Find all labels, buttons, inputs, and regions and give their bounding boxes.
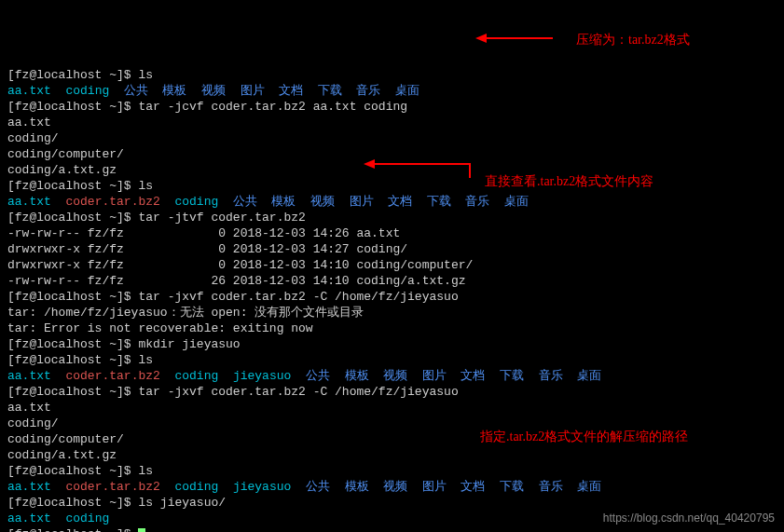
terminal-line: -rw-rw-r-- fz/fz 26 2018-12-03 14:10 cod… <box>7 273 777 289</box>
cursor <box>138 528 145 532</box>
watermark: https://blog.csdn.net/qq_40420795 <box>603 511 775 526</box>
terminal-line: [fz@localhost ~]$ tar -jxvf coder.tar.bz… <box>7 289 777 305</box>
terminal-line: [fz@localhost ~]$ ls <box>7 352 777 368</box>
terminal-line: drwxrwxr-x fz/fz 0 2018-12-03 14:10 codi… <box>7 257 777 273</box>
terminal-line: [fz@localhost ~]$ ls jieyasuo/ <box>7 495 777 511</box>
terminal[interactable]: [fz@localhost ~]$ lsaa.txt coding 公共 模板 … <box>7 67 777 532</box>
terminal-line: aa.txt <box>7 115 777 130</box>
annotation-view: 直接查看.tar.bz2格式文件内容 <box>485 173 653 189</box>
terminal-line: aa.txt coding 公共 模板 视频 图片 文档 下载 音乐 桌面 <box>7 83 777 99</box>
terminal-line: aa.txt coder.tar.bz2 coding jieyasuo 公共 … <box>7 479 777 495</box>
terminal-line: -rw-rw-r-- fz/fz 0 2018-12-03 14:26 aa.t… <box>7 225 777 241</box>
terminal-line: tar: Error is not recoverable: exiting n… <box>7 321 777 336</box>
terminal-line: tar: /home/fz/jieyasuo：无法 open: 没有那个文件或目… <box>7 305 777 321</box>
terminal-line: aa.txt coder.tar.bz2 coding 公共 模板 视频 图片 … <box>7 194 777 210</box>
annotation-compress: 压缩为：tar.bz2格式 <box>576 32 690 48</box>
arrow-1 <box>483 37 498 85</box>
terminal-line: [fz@localhost ~]$ tar -jtvf coder.tar.bz… <box>7 210 777 225</box>
terminal-line: coding/a.txt.gz <box>7 447 777 463</box>
terminal-line: [fz@localhost ~]$ tar -jcvf coder.tar.bz… <box>7 99 777 115</box>
terminal-line: drwxrwxr-x fz/fz 0 2018-12-03 14:27 codi… <box>7 241 777 257</box>
terminal-line: [fz@localhost ~]$ ls <box>7 67 777 83</box>
terminal-line: coding/computer/ <box>7 146 777 162</box>
terminal-line: aa.txt <box>7 400 777 416</box>
terminal-line: aa.txt coder.tar.bz2 coding jieyasuo 公共 … <box>7 368 777 384</box>
terminal-line: [fz@localhost ~]$ mkdir jieyasuo <box>7 336 777 352</box>
arrow-2 <box>371 163 386 226</box>
terminal-line: coding/ <box>7 130 777 146</box>
terminal-line: [fz@localhost ~]$ tar -jxvf coder.tar.bz… <box>7 384 777 400</box>
terminal-line: [fz@localhost ~]$ <box>7 526 777 532</box>
terminal-line: [fz@localhost ~]$ ls <box>7 463 777 479</box>
terminal-line: [fz@localhost ~]$ ls <box>7 178 777 194</box>
annotation-extract: 指定.tar.bz2格式文件的解压缩的路径 <box>480 429 688 444</box>
